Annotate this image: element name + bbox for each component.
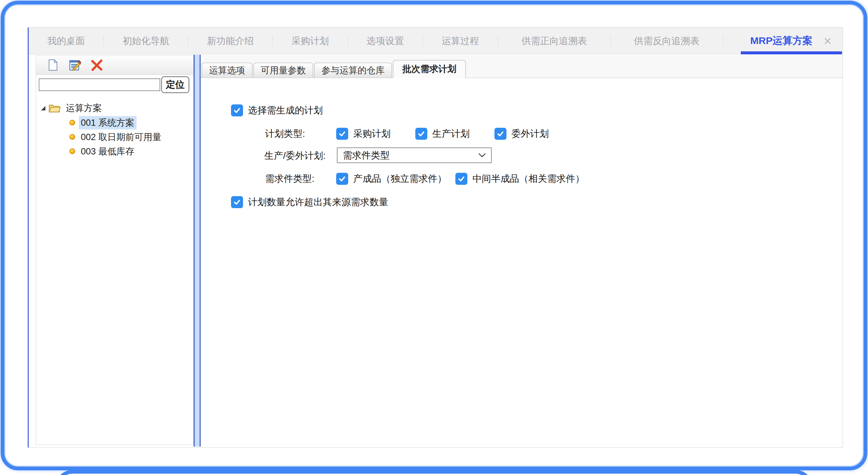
semi-finished-checkbox[interactable]: 中间半成品（相关需求件） — [455, 171, 585, 186]
checkbox-checked-icon[interactable] — [494, 128, 506, 140]
sub-tab-strip: 运算选项 可用量参数 参与运算的仓库 批次需求计划 — [200, 55, 843, 78]
checkbox-checked-icon[interactable] — [231, 104, 243, 116]
tab-new-features[interactable]: 新功能介绍 — [188, 35, 272, 47]
checkbox-checked-icon[interactable] — [336, 173, 348, 185]
tree-node-scheme-003[interactable]: 003 最低库存 — [36, 144, 193, 159]
tab-supply-backward-trace[interactable]: 供需反向追溯表 — [611, 35, 723, 47]
tree-item-label: 003 最低库存 — [79, 145, 136, 158]
demand-type-label: 需求件类型: — [265, 172, 314, 185]
scheme-bullet-icon — [69, 148, 75, 154]
finished-product-checkbox[interactable]: 产成品（独立需求件） — [336, 171, 447, 186]
tab-purchase-plan[interactable]: 采购计划 — [273, 35, 347, 47]
tree-root-label: 运算方案 — [64, 101, 104, 115]
subtab-available-params[interactable]: 可用量参数 — [253, 63, 313, 78]
outsourcing-plan-checkbox[interactable]: 委外计划 — [494, 127, 549, 141]
allow-exceed-label: 计划数量允许超出其来源需求数量 — [248, 196, 388, 208]
allow-exceed-row: 计划数量允许超出其来源需求数量 — [231, 195, 388, 209]
main-panel: 运算选项 可用量参数 参与运算的仓库 批次需求计划 选择需生成的计划 计划类型:… — [200, 55, 843, 447]
folder-open-icon — [49, 103, 61, 113]
plan-type-label: 计划类型: — [265, 128, 305, 140]
prod-outsource-plan-label: 生产/委外计划: — [265, 149, 326, 162]
tab-option-settings[interactable]: 选项设置 — [348, 35, 423, 47]
scheme-tree: 运算方案 001 系统方案 002 取日期前可用量 003 最低库存 — [36, 97, 193, 159]
background-window-frame — [55, 470, 813, 475]
prod-outsource-label-row: 生产/委外计划: — [265, 148, 326, 163]
checkbox-checked-icon[interactable] — [455, 173, 467, 185]
select-plans-row: 选择需生成的计划 — [231, 103, 323, 118]
tree-item-label: 002 取日期前可用量 — [79, 130, 163, 144]
checkbox-checked-icon[interactable] — [336, 128, 348, 140]
scheme-bullet-icon — [69, 120, 75, 126]
scheme-bullet-icon — [69, 134, 75, 140]
subtab-warehouses[interactable]: 参与运算的仓库 — [314, 63, 392, 78]
subtab-batch-demand-plan[interactable]: 批次需求计划 — [393, 60, 466, 78]
scheme-sidebar: 定位 运算方案 001 系统方案 0 — [36, 55, 194, 445]
select-value: 需求件类型 — [343, 149, 390, 162]
checkbox-checked-icon[interactable] — [415, 128, 427, 140]
sidebar-toolbar — [36, 56, 193, 75]
purchase-plan-label: 采购计划 — [353, 128, 391, 140]
active-tab-label: MRP运算方案 — [750, 34, 813, 48]
chevron-down-icon — [478, 153, 486, 158]
tab-calc-process[interactable]: 运算过程 — [423, 35, 498, 47]
production-plan-label: 生产计划 — [432, 128, 470, 140]
select-plans-label: 选择需生成的计划 — [248, 104, 323, 117]
finished-product-label: 产成品（独立需求件） — [353, 172, 447, 185]
plan-type-row: 计划类型: 采购计划 生产计划 委外计划 — [200, 127, 843, 141]
semi-finished-label: 中间半成品（相关需求件） — [472, 172, 585, 185]
tree-node-scheme-001[interactable]: 001 系统方案 — [36, 115, 193, 130]
tab-supply-forward-trace[interactable]: 供需正向追溯表 — [498, 35, 610, 47]
subtab-calc-options[interactable]: 运算选项 — [202, 63, 252, 78]
tab-init-navigation[interactable]: 初始化导航 — [104, 35, 188, 47]
tree-node-scheme-002[interactable]: 002 取日期前可用量 — [36, 130, 193, 144]
purchase-plan-checkbox[interactable]: 采购计划 — [336, 127, 391, 141]
production-plan-checkbox[interactable]: 生产计划 — [415, 127, 470, 141]
close-tab-icon[interactable] — [823, 36, 833, 46]
edit-document-icon[interactable] — [68, 58, 82, 72]
search-input[interactable] — [39, 78, 160, 91]
outsourcing-plan-label: 委外计划 — [512, 128, 549, 140]
app-window: 我的桌面 初始化导航 新功能介绍 采购计划 选项设置 运算过程 供需正向追溯表 … — [28, 27, 843, 448]
tree-item-label-selected: 001 系统方案 — [79, 116, 136, 129]
tree-search-row: 定位 — [36, 75, 193, 97]
delete-icon[interactable] — [90, 58, 103, 72]
tab-divider — [723, 36, 723, 46]
expander-icon[interactable] — [41, 106, 46, 111]
new-document-icon[interactable] — [46, 58, 59, 72]
demand-type-row: 需求件类型: 产成品（独立需求件） 中间半成品（相关需求件） — [200, 171, 843, 186]
allow-exceed-checkbox[interactable]: 计划数量允许超出其来源需求数量 — [231, 196, 388, 208]
tree-node-root[interactable]: 运算方案 — [36, 101, 193, 115]
locate-button[interactable]: 定位 — [161, 76, 189, 93]
checkbox-checked-icon[interactable] — [231, 196, 243, 208]
panel-splitter[interactable] — [194, 55, 200, 447]
tab-my-desktop[interactable]: 我的桌面 — [29, 35, 103, 47]
tab-mrp-plan-active[interactable]: MRP运算方案 — [729, 28, 843, 54]
demand-item-type-select[interactable]: 需求件类型 — [337, 147, 492, 163]
document-tab-bar: 我的桌面 初始化导航 新功能介绍 采购计划 选项设置 运算过程 供需正向追溯表 … — [29, 28, 843, 55]
select-plans-checkbox-group[interactable]: 选择需生成的计划 — [231, 104, 323, 117]
